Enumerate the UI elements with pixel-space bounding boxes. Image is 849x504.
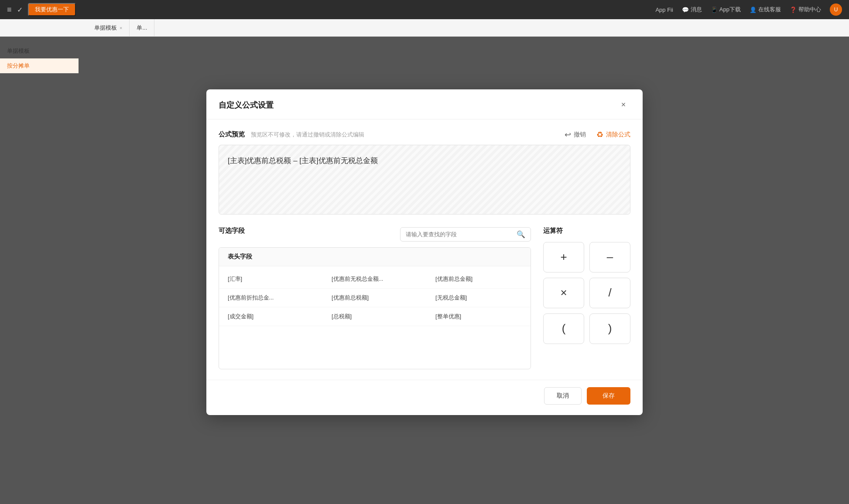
clear-icon: ♻ [596,130,603,140]
formula-label-row: 公式预览 预览区不可修改，请通过撤销或清除公式编辑 [219,130,364,139]
field-item[interactable]: [成交金额] [219,307,323,326]
formula-modal: 自定义公式设置 × 公式预览 预览区不可修改，请通过撤销或清除公式编辑 ↩ 撤销 [206,89,643,415]
undo-label: 撤销 [574,131,586,139]
field-item[interactable]: [汇率] [219,270,323,289]
modal-header: 自定义公式设置 × [206,89,643,119]
search-input[interactable] [406,231,513,238]
modal-title: 自定义公式设置 [219,100,274,110]
formula-header: 公式预览 预览区不可修改，请通过撤销或清除公式编辑 ↩ 撤销 ♻ 清除公式 [219,130,630,140]
fields-grid: [汇率] [优惠前无税总金额... [优惠前总金额] [优惠前折扣总金... [… [219,266,531,330]
search-bar: 🔍 [400,227,531,242]
clear-formula-label: 清除公式 [606,131,630,139]
fields-box: 表头字段 [汇率] [优惠前无税总金额... [优惠前总金额] [优惠前折扣总金… [219,247,531,369]
operators-grid: + – × / ( ) [543,242,630,344]
operator-multiply[interactable]: × [543,278,584,308]
operators-section: 运算符 + – × / ( ) [543,227,630,369]
fields-section: 可选字段 🔍 表头字段 [汇率] [优惠前无税总金额... [优惠前总金额] [… [219,227,531,369]
undo-button[interactable]: ↩ 撤销 [565,130,586,140]
formula-preview-label: 公式预览 [219,130,245,139]
clear-formula-button[interactable]: ♻ 清除公式 [596,130,630,140]
operator-divide[interactable]: / [589,278,630,308]
formula-section: 公式预览 预览区不可修改，请通过撤销或清除公式编辑 ↩ 撤销 ♻ 清除公式 [219,130,630,215]
modal-backdrop: 自定义公式设置 × 公式预览 预览区不可修改，请通过撤销或清除公式编辑 ↩ 撤销 [0,0,849,504]
save-button[interactable]: 保存 [587,387,630,405]
operators-section-title: 运算符 [543,227,563,234]
fields-operators-row: 可选字段 🔍 表头字段 [汇率] [优惠前无税总金额... [优惠前总金额] [… [219,227,630,369]
field-item[interactable]: [优惠前总税额] [323,289,427,307]
cancel-button[interactable]: 取消 [544,387,582,405]
modal-close-button[interactable]: × [616,98,630,112]
operator-open-paren[interactable]: ( [543,313,584,344]
fields-section-title: 可选字段 [219,227,245,235]
modal-body: 公式预览 预览区不可修改，请通过撤销或清除公式编辑 ↩ 撤销 ♻ 清除公式 [206,119,643,380]
operator-plus[interactable]: + [543,242,584,272]
fields-group-header: 表头字段 [219,248,531,266]
modal-footer: 取消 保存 [206,380,643,415]
search-icon: 🔍 [517,230,525,238]
undo-icon: ↩ [565,130,571,140]
formula-hint: 预览区不可修改，请通过撤销或清除公式编辑 [251,131,364,139]
field-item[interactable]: [总税额] [323,307,427,326]
field-item[interactable]: [优惠前总金额] [427,270,531,289]
field-item[interactable]: [整单优惠] [427,307,531,326]
formula-actions: ↩ 撤销 ♻ 清除公式 [565,130,630,140]
field-item[interactable]: [优惠前折扣总金... [219,289,323,307]
operator-minus[interactable]: – [589,242,630,272]
formula-expression: [主表]优惠前总税额 – [主表]优惠前无税总金额 [228,156,378,166]
field-item[interactable]: [优惠前无税总金额... [323,270,427,289]
formula-preview-box: [主表]优惠前总税额 – [主表]优惠前无税总金额 [219,145,630,215]
field-item[interactable]: [无税总金额] [427,289,531,307]
operator-close-paren[interactable]: ) [589,313,630,344]
